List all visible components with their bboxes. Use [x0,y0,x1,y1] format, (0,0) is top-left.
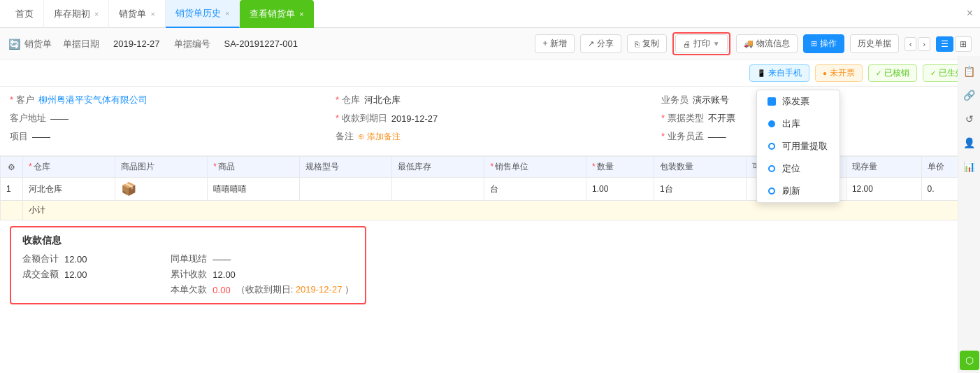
col-warehouse: *仓库 [23,157,115,178]
notes-field: 备注 ⊕ 添加备注 [336,130,644,143]
col-quantity: *数量 [586,157,654,178]
next-button[interactable]: › [918,37,930,51]
main-content: 🔄 销货单 单据日期 2019-12-27 单据编号 SA-20191227-0… [0,28,980,373]
add-invoice-icon [767,97,777,106]
project-field: 项目 —— [10,130,319,143]
col-spec: 规格型号 [300,157,392,178]
salesperson2-value: —— [708,132,726,142]
customer-label: 客户 [10,94,34,106]
project-label: 项目 [10,130,28,143]
sidebar-icon-5[interactable]: 📊 [960,157,979,176]
add-note-button[interactable]: ⊕ 添加备注 [358,131,401,143]
warehouse-label: 仓库 [336,94,360,106]
date-value: 2019-12-27 [113,38,160,49]
address-value: —— [50,113,69,124]
cumulative-value: 12.00 [212,269,236,280]
sub-toolbar: 📱 来自手机 ● 未开票 ✓ 已核销 ✓ 已生效 [0,60,980,87]
tab-sales-history[interactable]: 销货单历史 × [166,0,240,28]
same-order-row: 同单现结 —— [171,253,354,265]
col-pack-qty: 包装数量 [654,157,746,178]
action-button[interactable]: ⊞ 操作 [803,34,844,53]
sidebar-icon-bottom[interactable]: ⬡ [960,351,979,370]
row-product: 嘻嘻嘻嘻 [208,178,300,201]
warehouse-value: 河北仓库 [364,94,401,106]
row-warehouse: 河北仓库 [23,178,115,201]
nav-arrows: ‹ › [905,37,930,51]
customer-value[interactable]: 柳州粤港平安气体有限公司 [38,94,147,106]
subtotal-row: 小计 [1,201,980,220]
row-stock: 12.00 [846,178,921,201]
doc-title-section: 🔄 销货单 [8,38,52,50]
row-min-stock [392,178,484,201]
print-highlight-box: 🖨 打印 ▼ [672,32,730,55]
menu-outbound[interactable]: 出库 [757,113,840,135]
subtotal-label: 小计 [23,201,980,220]
date-label: 单据日期 [63,38,99,50]
window-close[interactable]: × [967,7,973,20]
payment-date-label: 收款到期日 [336,112,387,125]
deal-amount-label: 成交金额 [22,268,59,281]
address-field: 客户地址 —— [10,112,319,125]
salesperson-value: 演示账号 [693,94,729,106]
customer-field: 客户 柳州粤港平安气体有限公司 [10,94,319,106]
notes-label: 备注 [336,130,354,143]
action-dropdown: 添发票 出库 可用量提取 定位 [756,90,840,203]
col-unit: *销售单位 [484,157,586,178]
logistics-button[interactable]: 🚚 物流信息 [736,34,798,53]
copy-button[interactable]: ⎘ 复制 [627,34,667,53]
warehouse-field: 仓库 河北仓库 [336,94,644,106]
view-icons: ☰ ⊞ [936,36,972,52]
doc-header: 🔄 销货单 单据日期 2019-12-27 单据编号 SA-20191227-0… [0,28,980,60]
prev-button[interactable]: ‹ [905,37,917,51]
payment-date-value: 2019-12-27 [391,113,438,124]
payment-date-field: 收款到期日 2019-12-27 [336,112,644,125]
amount-label: 金额合计 [22,253,59,265]
refresh-icon [767,186,777,196]
address-label: 客户地址 [10,112,46,125]
grid-view-button[interactable]: ⊞ [955,36,972,52]
row-pack-qty: 1台 [654,178,746,201]
current-owe-row: 本单欠款 0.00 （收款到期日: 2019-12-27 ） [171,283,354,296]
due-date-value: 2019-12-27 [296,284,343,295]
check-button[interactable]: ✓ 已核销 [868,64,917,82]
from-phone-button[interactable]: 📱 来自手机 [749,64,809,82]
current-owe-label: 本单欠款 [171,283,207,296]
close-inventory-init[interactable]: × [94,10,99,18]
tab-sales-order[interactable]: 销货单 × [109,0,165,28]
cumulative-label: 累计收款 [171,268,207,281]
row-quantity: 1.00 [586,178,654,201]
menu-add-invoice[interactable]: 添发票 [757,90,840,113]
subtotal-label-cell [1,201,23,220]
sidebar-icon-4[interactable]: 👤 [960,133,979,153]
menu-locate[interactable]: 定位 [757,157,840,180]
not-open-button[interactable]: ● 未开票 [815,64,863,82]
tab-inventory-init[interactable]: 库存期初 × [44,0,109,28]
new-button[interactable]: + 新增 [535,34,574,53]
row-image: 📦 [115,178,208,201]
sidebar-icon-3[interactable]: ↺ [960,109,979,129]
ticket-type-label: 票据类型 [661,112,704,125]
payment-title: 收款信息 [22,234,354,247]
history-button[interactable]: 历史单据 [850,34,899,53]
share-button[interactable]: ↗ 分享 [580,34,621,53]
payment-grid: 金额合计 12.00 同单现结 —— 成交金额 12.00 累计收款 12.00 [22,253,354,296]
number-value: SA-20191227-001 [224,38,298,49]
menu-refresh[interactable]: 刷新 [757,180,840,202]
sidebar-icon-2[interactable]: 🔗 [960,85,979,105]
tab-home[interactable]: 首页 [6,0,44,28]
close-sales-order[interactable]: × [150,10,154,18]
payment-section: 收款信息 金额合计 12.00 同单现结 —— 成交金额 12.00 累计收款 … [10,226,366,304]
amount-value: 12.00 [64,254,87,265]
col-product: *商品 [208,157,300,178]
product-image: 📦 [121,182,136,196]
toolbar: + 新增 ↗ 分享 ⎘ 复制 🖨 打印 ▼ [535,32,972,55]
menu-available-qty[interactable]: 可用量提取 [757,135,840,157]
sidebar-icon-1[interactable]: 📋 [960,62,979,81]
doc-meta: 单据日期 2019-12-27 单据编号 SA-20191227-001 [63,38,298,50]
close-sales-history[interactable]: × [225,9,229,17]
tab-view-sales[interactable]: 查看销货单 × [240,0,313,28]
tab-bar: 首页 库存期初 × 销货单 × 销货单历史 × 查看销货单 × × [0,0,980,28]
close-view-sales[interactable]: × [299,10,303,18]
print-button[interactable]: 🖨 打印 ▼ [675,34,728,53]
list-view-button[interactable]: ☰ [936,36,953,52]
